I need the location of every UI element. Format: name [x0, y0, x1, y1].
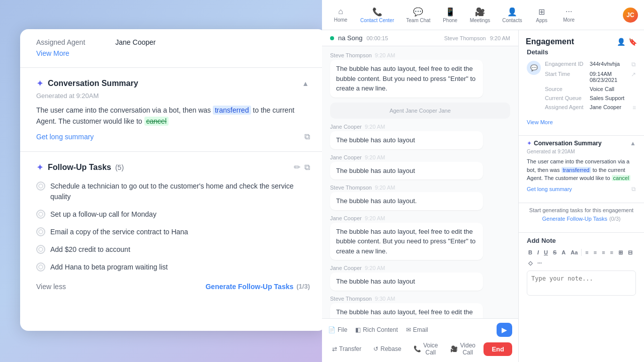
voice-call-label: Voice Call [423, 342, 439, 356]
summary-pre: The user came into the conversation via … [36, 106, 213, 114]
task-item: Set up a follow-up call for Monday [36, 209, 310, 220]
nav-meetings-label: Meetings [470, 18, 491, 23]
add-note-section: Add Note B I U S A Aa ≡ ≡ ≡ ≡ ⊞ ⊟ ◇ ··· [519, 237, 644, 303]
generate-tasks-area: Start generating tasks for this engageme… [519, 207, 644, 228]
nav-items: ⌂ Home 📞 Contact Center 💬 Team Chat 📱 Ph… [328, 4, 582, 26]
nav-item-meetings[interactable]: 🎥 Meetings [465, 4, 496, 26]
generate-followup-button[interactable]: Generate Follow-Up Tasks (1/3) [205, 283, 310, 291]
remove-button[interactable]: ⊟ [626, 248, 634, 257]
color-button[interactable]: A [560, 248, 567, 256]
small-copy-button[interactable]: ⧉ [631, 186, 636, 193]
italic-button[interactable]: I [536, 248, 540, 256]
get-long-small-link[interactable]: Get long summary [527, 186, 572, 192]
msg-agent-label-group: Agent Jane Cooper Jane [330, 103, 510, 119]
engagement-panel: Engagement 👤 🔖 Details 💬 Engagement ID 3… [518, 30, 644, 362]
list1-button[interactable]: ≡ [584, 248, 590, 256]
small-summary-text: The user came into the conversation via … [527, 157, 636, 183]
section-title-row: ✦ Conversation Summary [36, 78, 138, 89]
conversation-summary-section: ✦ Conversation Summary ▲ Generated at 9:… [36, 68, 310, 151]
chat-input-area: 📄 File ◧ Rich Content ✉ Email ▶ ⇄ [322, 318, 518, 362]
task-checkbox-5[interactable] [36, 262, 45, 272]
task-checkbox-2[interactable] [36, 210, 45, 219]
assigned-agent-row: Assigned Agent Jane Cooper [36, 29, 310, 48]
nav-item-apps[interactable]: ⊞ Apps [529, 4, 554, 26]
messages-list[interactable]: Steve Thompson 9:20 AM The bubble has au… [322, 46, 518, 318]
msg-bubble-4: The bubble has auto layout. [330, 192, 483, 210]
more-icon: ··· [566, 7, 572, 16]
bookmark-icon[interactable]: 🔖 [628, 38, 637, 46]
gen-tasks-btn[interactable]: Generate Follow-Up Tasks (0/3) [542, 216, 620, 222]
video-call-button[interactable]: 🎥 Video Call [446, 340, 479, 358]
note-textarea[interactable] [527, 270, 636, 296]
nav-item-home[interactable]: ⌂ Home [328, 4, 353, 26]
nav-item-team-chat[interactable]: 💬 Team Chat [401, 4, 435, 26]
detail-label-queue: Current Queue [545, 95, 588, 101]
nav-item-more[interactable]: ··· More [556, 4, 582, 26]
assigned-value: Jane Cooper [115, 38, 155, 46]
view-less-link[interactable]: View less [36, 283, 66, 291]
task-text-2: Set up a follow-up call for Monday [50, 209, 156, 220]
msg-sender-5: Jane Cooper 9:20 AM [330, 215, 510, 221]
chat-user-name: na Song [338, 34, 362, 42]
edit-tasks-button[interactable]: ✏ [294, 162, 300, 172]
rebase-label: Rebase [380, 345, 401, 352]
copy-id-icon[interactable]: ⧉ [631, 61, 636, 68]
view-more-link[interactable]: View More [36, 48, 310, 67]
chat-tab-rich-content[interactable]: ◧ Rich Content [355, 323, 397, 337]
task-checkbox-1[interactable] [36, 182, 45, 191]
chat-tab-file[interactable]: 📄 File [328, 323, 347, 337]
underline-button[interactable]: U [542, 248, 549, 256]
task-checkbox-3[interactable] [36, 227, 45, 236]
collapse-button[interactable]: ▲ [301, 78, 310, 88]
engagement-avatar: 💬 [527, 61, 541, 75]
list2-button[interactable]: ≡ [592, 248, 598, 256]
list4-button[interactable]: ≡ [609, 248, 615, 256]
top-navigation: ⌂ Home 📞 Contact Center 💬 Team Chat 📱 Ph… [322, 0, 644, 30]
small-collapse-button[interactable]: ▲ [630, 140, 636, 147]
chat-tab-email[interactable]: ✉ Email [406, 323, 428, 337]
voice-call-button[interactable]: 📞 Voice Call [410, 340, 443, 358]
assigned-label: Assigned Agent [36, 38, 85, 46]
transfer-button[interactable]: ⇄ Transfer [328, 343, 365, 354]
nav-item-contact-center[interactable]: 📞 Contact Center [355, 4, 399, 26]
bold-button[interactable]: B [527, 248, 534, 256]
rebase-button[interactable]: ↺ Rebase [369, 343, 405, 354]
detail-row-queue: Current Queue Sales Support [545, 95, 636, 101]
agent-label-bubble: Agent Jane Cooper Jane [330, 103, 510, 119]
copy-tasks-button[interactable]: ⧉ [304, 163, 310, 172]
small-section-title-row: ✦ Conversation Summary [527, 140, 602, 147]
user-avatar[interactable]: JC [623, 8, 638, 23]
svg-point-0 [39, 184, 43, 188]
nav-item-contacts[interactable]: 👤 Contacts [497, 4, 527, 26]
copy-summary-button[interactable]: ⧉ [304, 132, 310, 141]
followup-title-row: ✦ Follow-Up Tasks (5) [36, 162, 124, 173]
steve-thompson-label: Steve Thompson [444, 35, 486, 41]
strikethrough-button[interactable]: S [551, 248, 558, 256]
copy-time-icon[interactable]: ↗ [631, 71, 636, 78]
msg-bubble-5: The bubble has auto layout, feel free to… [330, 223, 483, 260]
video-call-icon: 🎥 [450, 345, 458, 352]
msg-group-7: Steve Thompson 9:30 AM The bubble has au… [330, 296, 510, 319]
phone-icon: 📱 [445, 7, 455, 17]
msg-bubble-2: The bubble has auto layout [330, 131, 483, 149]
nav-apps-label: Apps [536, 18, 547, 23]
table-button[interactable]: ⊞ [617, 248, 624, 257]
nav-item-phone[interactable]: 📱 Phone [438, 4, 463, 26]
engagement-header: Engagement 👤 🔖 [519, 30, 644, 48]
get-long-summary-link[interactable]: Get long summary [36, 133, 94, 141]
online-indicator [330, 36, 334, 40]
end-call-button[interactable]: End [484, 342, 512, 356]
diamond-button[interactable]: ◇ [527, 259, 534, 267]
task-checkbox-4[interactable] [36, 245, 45, 254]
fontsize-button[interactable]: Aa [569, 248, 579, 256]
engagement-view-more[interactable]: View More [527, 119, 636, 125]
detail-row-time: Start Time 09:14AM 08/23/2021 ↗ [545, 71, 636, 83]
more-tools-button[interactable]: ··· [536, 259, 543, 267]
gen-tasks-label: Generate Follow-Up Tasks [542, 216, 607, 222]
list3-button[interactable]: ≡ [600, 248, 606, 256]
nav-phone-label: Phone [443, 18, 457, 23]
msg-sender-1: Steve Thompson 9:20 AM [330, 52, 510, 58]
send-button[interactable]: ▶ [497, 323, 512, 337]
small-generated-time: Generated at 9:20AM [527, 149, 636, 154]
contact-center-icon: 📞 [372, 7, 382, 17]
